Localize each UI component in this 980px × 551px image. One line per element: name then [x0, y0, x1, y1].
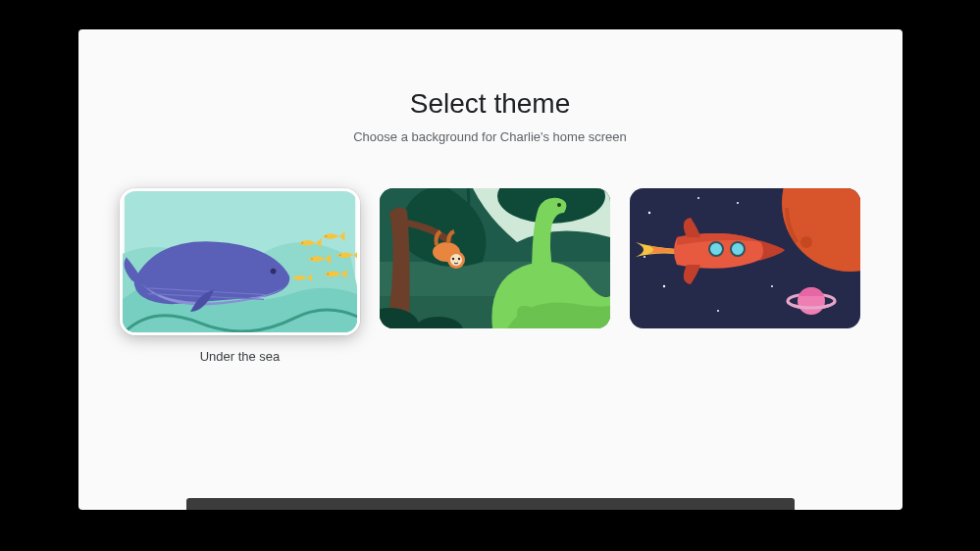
- theme-card: [380, 188, 610, 328]
- whale-icon: [123, 191, 357, 332]
- theme-select-screen: Select theme Choose a background for Cha…: [78, 29, 903, 510]
- svg-point-16: [452, 258, 454, 260]
- svg-point-30: [771, 285, 773, 287]
- dinosaur-icon: [380, 188, 610, 328]
- page-subtitle: Choose a background for Charlie's home s…: [353, 129, 627, 144]
- svg-point-25: [648, 212, 650, 214]
- svg-point-29: [717, 310, 719, 312]
- theme-card: [630, 188, 860, 328]
- page-title: Select theme: [410, 88, 570, 120]
- svg-point-4: [325, 235, 327, 237]
- rocket-icon: [630, 188, 860, 328]
- svg-point-2: [301, 242, 303, 244]
- dock-bar: [186, 498, 795, 510]
- svg-point-38: [709, 242, 723, 256]
- theme-option-under-the-sea[interactable]: Under the sea: [120, 188, 360, 364]
- svg-point-32: [697, 197, 699, 199]
- svg-point-1: [271, 269, 277, 275]
- theme-label: Under the sea: [200, 349, 281, 364]
- theme-option-dinosaur[interactable]: [380, 188, 610, 328]
- theme-grid: Under the sea: [120, 188, 860, 364]
- svg-point-31: [644, 256, 645, 258]
- svg-point-18: [557, 203, 561, 207]
- theme-option-space[interactable]: [630, 188, 860, 328]
- svg-point-27: [663, 285, 665, 287]
- svg-point-6: [339, 254, 341, 256]
- svg-point-39: [731, 242, 745, 256]
- svg-point-17: [458, 258, 460, 260]
- svg-point-5: [327, 274, 329, 276]
- svg-point-3: [311, 258, 313, 260]
- svg-point-28: [737, 202, 739, 204]
- svg-point-35: [800, 236, 812, 248]
- theme-card: [120, 188, 360, 335]
